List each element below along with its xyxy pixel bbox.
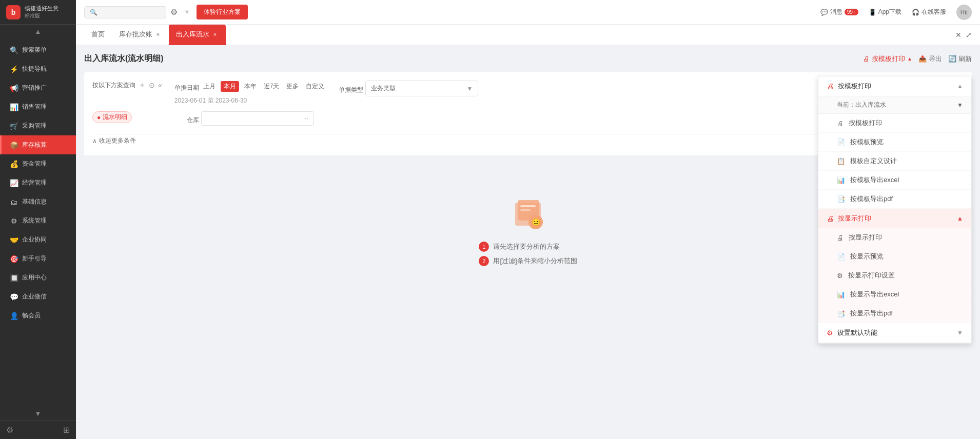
topbar-search-box[interactable]: 🔍 xyxy=(84,6,166,18)
filter-warehouse-section: 仓库 ··· xyxy=(187,111,314,126)
user-avatar[interactable]: Rit xyxy=(956,5,972,20)
display-export-pdf-item[interactable]: 📑 按显示导出pdf xyxy=(818,304,971,323)
sidebar-item-marketing[interactable]: 📢 营销推广 xyxy=(0,78,76,97)
topbar: 🔍 ⚙ ▼ 体验行业方案 💬 消息 99+ 📱 App下载 🎧 在线客服 Rit xyxy=(76,0,980,25)
expand-window-icon[interactable]: ⤢ xyxy=(966,31,972,39)
tab-home[interactable]: 首页 xyxy=(84,25,112,45)
batch-tab-close[interactable]: × xyxy=(154,31,162,38)
sidebar-item-purchase[interactable]: 🛒 采购管理 xyxy=(0,116,76,135)
search-input[interactable] xyxy=(100,9,161,16)
sidebar-item-basic[interactable]: 🗂 基础信息 xyxy=(0,192,76,211)
display-print-item-icon: 🖨 xyxy=(837,234,844,242)
online-service-button[interactable]: 🎧 在线客服 xyxy=(912,8,946,16)
active-tab-label: 出入库流水 xyxy=(176,30,209,39)
display-settings-icon: ⚙ xyxy=(837,272,843,280)
svg-text:😐: 😐 xyxy=(532,218,541,227)
settings-gear-icon[interactable]: ⚙ xyxy=(170,7,178,17)
template-design-item[interactable]: 📋 模板自定义设计 xyxy=(818,152,971,171)
empty-step-1: 1 请先选择要分析的方案 xyxy=(479,242,577,252)
sidebar-logo: b 畅捷通好生意 标准版 xyxy=(0,0,76,25)
sidebar-item-collab[interactable]: 🤝 企业协同 xyxy=(0,230,76,249)
batch-tab-label: 库存批次账 xyxy=(119,30,152,39)
sidebar-item-inventory[interactable]: 📦 库存核算 xyxy=(0,135,76,154)
message-button[interactable]: 💬 消息 99+ xyxy=(820,8,858,16)
type-label: 单据类型 xyxy=(339,83,363,94)
guide-icon: 🎯 xyxy=(10,255,18,263)
date-opt-7days[interactable]: 近7天 xyxy=(262,81,282,92)
template-print-item[interactable]: 🖨 按模板打印 xyxy=(818,114,971,133)
sidebar-scroll-down[interactable]: ▼ xyxy=(0,407,76,421)
date-opt-this-year[interactable]: 本年 xyxy=(242,81,259,92)
appstore-icon: 🔲 xyxy=(10,274,18,282)
sidebar-item-operation[interactable]: 📈 经营管理 xyxy=(0,173,76,192)
app-download-button[interactable]: 📱 App下载 xyxy=(869,8,901,16)
tabs-bar: 首页 库存批次账 × 出入库流水 × ✕ ⤢ xyxy=(76,25,980,45)
sidebar-item-finance[interactable]: 💰 资金管理 xyxy=(0,154,76,173)
svg-rect-2 xyxy=(520,205,536,207)
search-icon: 🔍 xyxy=(10,46,18,54)
template-export-excel-item[interactable]: 📊 按模板导出excel xyxy=(818,171,971,190)
date-opt-more[interactable]: 更多 xyxy=(284,81,301,92)
sidebar-item-appstore[interactable]: 🔲 应用中心 xyxy=(0,268,76,287)
display-print-settings-item[interactable]: ⚙ 按显示打印设置 xyxy=(818,266,971,285)
template-export-pdf-item[interactable]: 📑 按模板导出pdf xyxy=(818,190,971,209)
template-preview-item[interactable]: 📄 按模板预览 xyxy=(818,133,971,152)
main-area: 🔍 ⚙ ▼ 体验行业方案 💬 消息 99+ 📱 App下载 🎧 在线客服 Rit xyxy=(76,0,980,439)
display-preview-item[interactable]: 📄 按显示预览 xyxy=(818,247,971,266)
active-tab-close[interactable]: × xyxy=(211,31,219,38)
display-print-item[interactable]: 🖨 按显示打印 xyxy=(818,228,971,247)
sidebar-item-sales[interactable]: 📊 销售管理 xyxy=(0,97,76,116)
refresh-button[interactable]: 🔄 刷新 xyxy=(948,54,972,64)
headset-icon: 🎧 xyxy=(912,9,919,16)
quick-icon: ⚡ xyxy=(10,65,18,73)
tab-batch[interactable]: 库存批次账 × xyxy=(112,25,169,45)
sidebar-item-quick[interactable]: ⚡ 快捷导航 xyxy=(0,59,76,78)
template-print-section-header[interactable]: 🖨 按模板打印 ▲ xyxy=(818,76,971,96)
warehouse-select[interactable]: ··· xyxy=(201,111,314,126)
member-icon: 👤 xyxy=(10,312,18,320)
scheme-label: 流水明细 xyxy=(103,113,127,122)
solution-button[interactable]: 体验行业方案 xyxy=(197,5,248,19)
display-export-excel-item[interactable]: 📊 按显示导出excel xyxy=(818,285,971,304)
sidebar-item-member[interactable]: 👤 畅会员 xyxy=(0,306,76,325)
separator: ▼ xyxy=(184,8,190,16)
settings-icon[interactable]: ⚙ xyxy=(6,425,13,435)
sidebar-item-guide[interactable]: 🎯 新手引导 xyxy=(0,249,76,268)
filter-settings-button[interactable]: ⊙ xyxy=(149,81,155,89)
search-icon: 🔍 xyxy=(90,9,97,16)
sidebar-item-system[interactable]: ⚙ 系统管理 xyxy=(0,211,76,230)
filter-collapse-icon[interactable]: « xyxy=(158,81,162,89)
print-button[interactable]: 🖨 按模板打印 ▲ xyxy=(863,54,912,64)
topbar-right: 💬 消息 99+ 📱 App下载 🎧 在线客服 Rit xyxy=(820,5,972,20)
sidebar-item-search[interactable]: 🔍 搜索菜单 xyxy=(0,41,76,59)
sidebar-item-label: 畅会员 xyxy=(22,311,41,320)
wechat-icon: 💬 xyxy=(10,293,18,301)
sidebar-item-label: 应用中心 xyxy=(22,273,47,282)
sidebar-item-label: 搜索菜单 xyxy=(22,46,47,54)
purchase-icon: 🛒 xyxy=(10,122,18,130)
filter-heading-label: 按以下方案查询 xyxy=(92,81,135,90)
date-opt-this-month[interactable]: 本月 xyxy=(221,81,239,92)
date-opt-last-month[interactable]: 上月 xyxy=(201,81,218,92)
app-logo-icon: b xyxy=(6,5,21,19)
filter-add-button[interactable]: ＋ xyxy=(139,81,146,90)
collapse-button[interactable]: ∧ 收起更多条件 xyxy=(92,136,136,145)
collapse-sidebar-icon[interactable]: ⊞ xyxy=(63,425,70,435)
date-label: 单据日期 xyxy=(174,81,199,92)
close-window-icon[interactable]: ✕ xyxy=(955,31,962,39)
default-settings-section-header[interactable]: ⚙ 设置默认功能 ▼ xyxy=(818,323,971,343)
sidebar-scroll-up[interactable]: ▲ xyxy=(0,25,76,38)
type-select[interactable]: 业务类型 ▼ xyxy=(365,81,478,96)
display-preview-icon: 📄 xyxy=(837,253,845,261)
date-range-display: 2023-06-01 至 2023-06-30 xyxy=(174,96,327,105)
sidebar-item-wechat[interactable]: 💬 企业微信 xyxy=(0,287,76,306)
tab-active[interactable]: 出入库流水 × xyxy=(169,25,226,45)
phone-icon: 📱 xyxy=(869,9,876,16)
export-button[interactable]: 📤 导出 xyxy=(918,54,942,64)
template-print-item-icon: 🖨 xyxy=(837,119,844,127)
display-print-section-header[interactable]: 🖨 按显示打印 ▲ xyxy=(818,209,971,228)
template-print-title: 按模板打印 xyxy=(838,82,871,91)
date-opt-custom[interactable]: 自定义 xyxy=(304,81,326,92)
print-dropdown-panel: 🖨 按模板打印 ▲ 当前：出入库流水 ▼ 🖨 按模板打印 📄 按模板预览 📋 模… xyxy=(818,76,972,344)
sidebar-item-label: 库存核算 xyxy=(22,141,47,149)
